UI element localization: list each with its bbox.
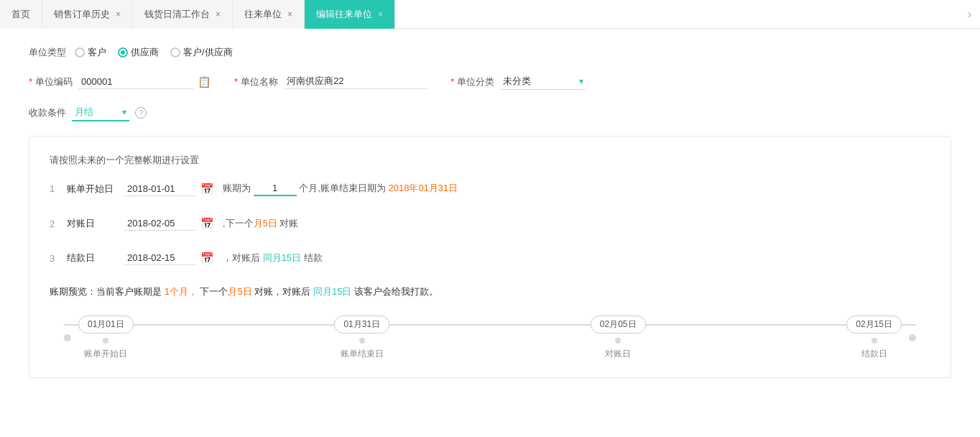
preview-label: 账期预览：当前客户账期是 <box>50 286 162 297</box>
timeline-badge-0: 01月01日 <box>78 316 134 334</box>
unit-name-input[interactable] <box>284 75 427 89</box>
radio-supplier-circle <box>118 47 128 58</box>
unit-name-group: * 单位名称 <box>234 75 427 89</box>
row-account-start: 1 账单开始日 📅 账期为 个月,账单结束日期为 2018年01月31日 <box>50 181 930 196</box>
preview-reconcile-prefix: 下一个 <box>200 286 228 297</box>
unit-info-row: * 单位编码 📋 * 单位名称 * 单位分类 未分类 ▾ <box>29 73 951 90</box>
payment-desc-before: ，对账后 <box>223 252 263 263</box>
unit-name-star: * <box>234 76 238 87</box>
unit-code-star: * <box>29 76 32 87</box>
unit-category-arrow: ▾ <box>579 76 583 86</box>
radio-customer[interactable]: 客户 <box>75 46 106 59</box>
reconcile-desc-before: ,下一个 <box>223 218 254 229</box>
unit-code-label: 单位编码 <box>35 75 73 88</box>
unit-name-label: 单位名称 <box>241 75 278 88</box>
tab-cash-reconciliation[interactable]: 钱货日清工作台 × <box>133 0 233 29</box>
preview-text: 账期预览：当前客户账期是 1个月， 下一个月5日 对账，对账后 同月15日 该客… <box>50 285 930 298</box>
timeline-badge-3: 02月15日 <box>846 316 902 334</box>
payment-terms-value: 月结 <box>75 106 119 119</box>
tabs-bar: 首页 销售订单历史 × 钱货日清工作台 × 往来单位 × 编辑往来单位 × › <box>0 0 980 29</box>
radio-customer-supplier-circle <box>170 47 180 58</box>
page-content: 单位类型 客户 供应商 客户/供应商 * 单位编码 📋 * 单位名称 <box>0 29 980 437</box>
payment-terms-row: 收款条件 月结 ▾ ? <box>29 104 951 121</box>
payment-highlight: 同月15日 <box>263 252 301 263</box>
radio-supplier-label: 供应商 <box>131 46 159 59</box>
unit-category-star: * <box>450 76 454 87</box>
tab-sales-order-history-label: 销售订单历史 <box>54 8 110 21</box>
unit-category-group: * 单位分类 未分类 ▾ <box>450 73 586 90</box>
tab-cash-reconciliation-label: 钱货日清工作台 <box>144 8 210 21</box>
tabs-expand-button[interactable]: › <box>959 8 980 21</box>
timeline-badge-2: 02月05日 <box>591 316 646 334</box>
settings-panel: 请按照未来的一个完整帐期进行设置 1 账单开始日 📅 账期为 个月,账单结束日期… <box>29 136 951 378</box>
timeline-dot-1 <box>359 338 365 344</box>
period-desc-prefix: 账期为 <box>223 183 251 193</box>
unit-type-row: 单位类型 客户 供应商 客户/供应商 <box>29 46 951 59</box>
unit-category-label: 单位分类 <box>457 75 494 88</box>
tab-edit-partner-close[interactable]: × <box>378 9 383 19</box>
tab-edit-partner-label: 编辑往来单位 <box>316 8 372 21</box>
row-num-2: 2 <box>50 218 67 229</box>
tab-cash-reconciliation-close[interactable]: × <box>216 9 221 19</box>
row-label-payment: 结款日 <box>67 252 124 264</box>
unit-type-radio-group: 客户 供应商 客户/供应商 <box>75 46 233 59</box>
tab-home[interactable]: 首页 <box>0 0 42 29</box>
unit-code-group: * 单位编码 📋 <box>29 75 211 89</box>
row-payment: 3 结款日 📅 ，对账后 同月15日 结款 <box>50 251 930 265</box>
tab-sales-order-history-close[interactable]: × <box>116 9 121 19</box>
account-start-calendar-icon[interactable]: 📅 <box>200 183 214 196</box>
help-icon[interactable]: ? <box>135 107 147 119</box>
row-desc-period: 账期为 个月,账单结束日期为 2018年01月31日 <box>223 181 458 196</box>
account-start-date-input[interactable] <box>124 182 196 196</box>
preview-reconcile-suffix: 对账，对账后 <box>254 286 313 297</box>
reconcile-desc-after: 对账 <box>277 218 299 229</box>
panel-hint: 请按照未来的一个完整帐期进行设置 <box>50 154 930 167</box>
payment-desc-after: 结款 <box>301 252 323 263</box>
timeline-dot-2 <box>615 338 621 344</box>
row-input-account-start: 📅 <box>124 182 214 196</box>
row-input-reconcile: 📅 <box>124 216 214 231</box>
timeline-label-2: 对账日 <box>605 348 631 360</box>
preview-period: 1个月， <box>165 286 198 297</box>
radio-customer-label: 客户 <box>88 46 106 59</box>
tab-partner-units[interactable]: 往来单位 × <box>233 0 305 29</box>
preview-payment-suffix: 该客户会给我打款。 <box>354 286 438 297</box>
timeline-item-3: 02月15日 结款日 <box>846 316 902 360</box>
tab-edit-partner[interactable]: 编辑往来单位 × <box>305 0 395 29</box>
period-end-date: 2018年01月31日 <box>388 183 458 193</box>
radio-customer-supplier-label: 客户/供应商 <box>183 46 233 59</box>
tab-partner-units-label: 往来单位 <box>244 8 282 21</box>
period-input[interactable] <box>254 181 297 196</box>
copy-icon[interactable]: 📋 <box>198 75 211 88</box>
row-num-1: 1 <box>50 183 67 194</box>
tab-partner-units-close[interactable]: × <box>287 9 292 19</box>
reconcile-calendar-icon[interactable]: 📅 <box>200 217 214 230</box>
reconcile-highlight: 月5日 <box>254 218 277 229</box>
timeline-item-1: 01月31日 账单结束日 <box>334 316 389 360</box>
timeline-dot-0 <box>103 338 108 344</box>
preview-payment: 同月15日 <box>313 286 351 297</box>
payment-terms-arrow: ▾ <box>122 107 126 117</box>
row-reconcile: 2 对账日 📅 ,下一个月5日 对账 <box>50 216 930 231</box>
timeline-label-0: 账单开始日 <box>84 348 127 360</box>
timeline-dot-3 <box>872 338 877 344</box>
unit-category-select[interactable]: 未分类 ▾ <box>500 73 586 90</box>
timeline-start-dot <box>64 334 71 341</box>
payment-date-input[interactable] <box>124 251 196 265</box>
payment-terms-select[interactable]: 月结 ▾ <box>72 104 129 121</box>
radio-customer-supplier[interactable]: 客户/供应商 <box>170 46 233 59</box>
tab-sales-order-history[interactable]: 销售订单历史 × <box>42 0 133 29</box>
row-desc-reconcile: ,下一个月5日 对账 <box>223 217 298 230</box>
timeline-label-3: 结款日 <box>861 348 887 360</box>
radio-supplier[interactable]: 供应商 <box>118 46 159 59</box>
timeline-badge-1: 01月31日 <box>334 316 389 334</box>
timeline-end-dot <box>909 334 916 341</box>
row-input-payment: 📅 <box>124 251 214 265</box>
row-label-reconcile: 对账日 <box>67 217 124 230</box>
row-desc-payment: ，对账后 同月15日 结款 <box>223 252 323 264</box>
unit-code-input[interactable] <box>78 75 193 89</box>
payment-calendar-icon[interactable]: 📅 <box>200 252 214 264</box>
payment-terms-label: 收款条件 <box>29 106 66 119</box>
reconcile-date-input[interactable] <box>124 216 196 231</box>
timeline-container: 01月01日 账单开始日 01月31日 账单结束日 02月05日 对账日 <box>64 316 916 360</box>
